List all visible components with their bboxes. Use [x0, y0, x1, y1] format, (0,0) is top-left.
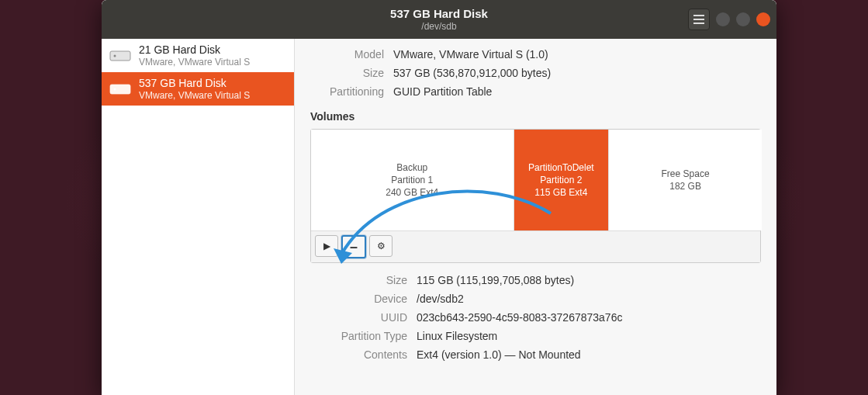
- svg-rect-0: [110, 51, 130, 61]
- disk-info: Model VMware, VMware Virtual S (1.0) Siz…: [310, 48, 761, 98]
- disk-subtitle: VMware, VMware Virtual S: [139, 90, 250, 101]
- disk-subtitle: VMware, VMware Virtual S: [139, 57, 250, 68]
- disk-title: 537 GB Hard Disk: [139, 77, 250, 90]
- disk-item-0[interactable]: 21 GB Hard Disk VMware, VMware Virtual S: [102, 39, 294, 72]
- model-value: VMware, VMware Virtual S (1.0): [393, 48, 761, 61]
- contents-label: Contents: [310, 348, 407, 361]
- model-label: Model: [310, 48, 384, 61]
- mount-button[interactable]: ▶: [315, 235, 338, 257]
- minus-icon: –: [350, 244, 358, 251]
- play-icon: ▶: [323, 241, 330, 251]
- volumes-heading: Volumes: [310, 110, 761, 123]
- disks-window: 537 GB Hard Disk /dev/sdb 21 GB Hard Dis…: [102, 0, 776, 395]
- partition-2[interactable]: Free Space 182 GB: [609, 130, 762, 230]
- disk-title: 21 GB Hard Disk: [139, 43, 250, 57]
- window-title: 537 GB Hard Disk: [390, 7, 488, 21]
- close-icon[interactable]: [756, 12, 770, 26]
- partition-0[interactable]: Backup Partition 1 240 GB Ext4: [311, 130, 514, 230]
- ptype-value: Linux Filesystem: [417, 330, 761, 342]
- volume-toolbar: ▶ – ⚙: [311, 230, 760, 262]
- uuid-value: 023cb643-2590-4c59-8083-37267873a76c: [417, 311, 761, 324]
- titlebar: 537 GB Hard Disk /dev/sdb: [102, 0, 776, 39]
- hard-disk-icon: [109, 48, 131, 64]
- menu-button[interactable]: [688, 9, 710, 30]
- contents-value: Ext4 (version 1.0) — Not Mounted: [417, 348, 761, 361]
- window-subtitle: /dev/sdb: [390, 21, 488, 32]
- disk-list: 21 GB Hard Disk VMware, VMware Virtual S…: [102, 39, 295, 395]
- psize-value: 115 GB (115,199,705,088 bytes): [417, 274, 761, 286]
- psize-label: Size: [310, 274, 407, 286]
- partitioning-label: Partitioning: [310, 85, 384, 98]
- volumes-box: Backup Partition 1 240 GB Ext4 Partition…: [310, 129, 761, 263]
- size-value: 537 GB (536,870,912,000 bytes): [393, 67, 761, 79]
- options-button[interactable]: ⚙: [369, 235, 393, 257]
- device-value: /dev/sdb2: [417, 293, 761, 305]
- gear-icon: ⚙: [377, 241, 386, 251]
- disk-item-1[interactable]: 537 GB Hard Disk VMware, VMware Virtual …: [102, 72, 294, 106]
- delete-partition-button[interactable]: –: [341, 235, 366, 258]
- partition-details: Size 115 GB (115,199,705,088 bytes) Devi…: [310, 274, 761, 361]
- hard-disk-icon: [109, 81, 131, 97]
- device-label: Device: [310, 293, 407, 305]
- main-panel: Model VMware, VMware Virtual S (1.0) Siz…: [295, 39, 776, 395]
- size-label: Size: [310, 67, 384, 79]
- ptype-label: Partition Type: [310, 330, 407, 342]
- partition-1[interactable]: PartitionToDelet Partition 2 115 GB Ext4: [514, 130, 610, 230]
- svg-point-1: [114, 54, 116, 57]
- partition-map: Backup Partition 1 240 GB Ext4 Partition…: [311, 130, 760, 230]
- uuid-label: UUID: [310, 311, 407, 324]
- partitioning-value: GUID Partition Table: [393, 85, 761, 98]
- minimize-icon[interactable]: [716, 12, 730, 26]
- svg-rect-2: [110, 85, 130, 94]
- maximize-icon[interactable]: [736, 12, 750, 26]
- svg-point-3: [114, 88, 116, 90]
